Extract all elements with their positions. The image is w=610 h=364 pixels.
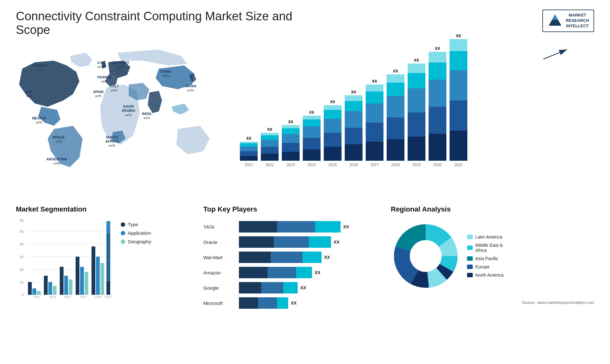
player-name-microsoft: Microsoft [203, 300, 235, 306]
svg-rect-30 [80, 267, 84, 295]
bar-2027: XX 2027 [366, 79, 383, 167]
segmentation-title: Market Segmentation [16, 205, 194, 213]
world-map-section: CANADA xx% U.S. xx% MEXICO xx% BRAZIL xx… [16, 43, 222, 196]
svg-text:10: 10 [20, 280, 24, 284]
key-players-title: Top Key Players [203, 205, 381, 213]
bar-2028: XX 2028 [387, 69, 404, 167]
svg-text:30: 30 [20, 255, 24, 259]
player-name-amazon: Amazon [203, 270, 235, 275]
bar-2023: XX 2023 [282, 120, 300, 167]
svg-text:0: 0 [22, 293, 24, 297]
bar-2025: XX 2025 [324, 100, 342, 167]
svg-rect-17 [28, 282, 32, 295]
label-canada: CANADA xx% [32, 64, 47, 72]
year-2031: 2031 [454, 163, 463, 167]
player-name-oracle: Oracle [203, 239, 235, 245]
latin-america-label: Latin America [475, 234, 502, 239]
legend-north-america: North America [467, 273, 504, 278]
legend-mea: Middle East &Africa [467, 243, 504, 253]
label-italy: ITALY xx% [109, 84, 119, 92]
player-val-oracle: XX [334, 239, 340, 245]
year-2025: 2025 [329, 163, 337, 167]
world-map-container: CANADA xx% U.S. xx% MEXICO xx% BRAZIL xx… [16, 43, 219, 189]
logo-icon [547, 13, 563, 28]
svg-text:2023: 2023 [64, 296, 71, 298]
label-india: INDIA xx% [142, 112, 152, 120]
seg-legend: Type Application Geography [121, 219, 151, 244]
players-chart: TATA XX Oracle [203, 221, 381, 309]
page-wrapper: Connectivity Constraint Computing Market… [16, 10, 594, 309]
player-bar-walmart: XX [239, 252, 330, 263]
svg-text:2021: 2021 [33, 296, 40, 298]
application-label: Application [128, 230, 151, 236]
label-mexico: MEXICO xx% [32, 116, 46, 125]
header: Connectivity Constraint Computing Market… [16, 10, 594, 37]
bar-2030: XX 2030 [429, 46, 446, 167]
bar-2021: XX 2021 [240, 136, 258, 167]
svg-rect-25 [60, 267, 64, 295]
north-america-color [467, 273, 473, 277]
player-row-walmart: Wal-Mart XX [203, 252, 381, 263]
player-bar-amazon: XX [239, 267, 321, 278]
europe-label: Europe [475, 264, 490, 269]
player-row-amazon: Amazon XX [203, 267, 381, 278]
svg-rect-31 [85, 272, 88, 295]
geography-dot [121, 239, 125, 244]
year-2023: 2023 [287, 163, 295, 167]
label-japan: JAPAN xx% [185, 84, 196, 92]
segmentation-svg: 0 10 20 30 40 50 60 [16, 219, 114, 298]
label-germany: GERMANY xx% [112, 61, 129, 69]
svg-text:20: 20 [20, 268, 24, 272]
bar-2022: XX 2022 [261, 127, 279, 167]
label-brazil: BRAZIL xx% [52, 135, 65, 144]
type-label: Type [128, 222, 138, 227]
svg-rect-29 [76, 257, 79, 295]
bar-2026: XX 2026 [345, 90, 363, 167]
player-val-walmart: XX [324, 255, 330, 260]
year-2027: 2027 [370, 163, 379, 167]
legend-europe: Europe [467, 264, 504, 269]
svg-rect-19 [37, 291, 41, 295]
regional-title: Regional Analysis [391, 205, 594, 213]
label-argentina: ARGENTINA xx% [46, 157, 67, 165]
svg-marker-1 [552, 14, 558, 20]
label-uk: U.K. xx% [97, 61, 104, 69]
svg-text:2024: 2024 [79, 296, 87, 298]
legend-type: Type [121, 222, 151, 227]
label-france: FRANCE xx% [97, 75, 112, 84]
svg-rect-22 [48, 282, 52, 295]
logo-text: MARKET RESEARCH INTELLECT [566, 13, 589, 29]
player-val-tata: XX [343, 224, 349, 229]
trend-arrow [543, 48, 569, 61]
player-row-microsoft: Microsoft XX [203, 297, 381, 309]
legend-latin-america: Latin America [467, 234, 504, 239]
type-dot [121, 222, 125, 227]
year-2026: 2026 [349, 163, 358, 167]
segmentation-chart: 0 10 20 30 40 50 60 [16, 219, 194, 298]
player-val-amazon: XX [315, 270, 321, 275]
main-grid: CANADA xx% U.S. xx% MEXICO xx% BRAZIL xx… [16, 43, 594, 309]
year-2022: 2022 [266, 163, 274, 167]
bar-2024: XX 2024 [303, 110, 321, 167]
label-saudiarabia: SAUDI ARABIA xx% [122, 104, 135, 117]
svg-rect-23 [53, 286, 57, 295]
asia-pacific-label: Asia Pacific [475, 256, 498, 261]
page-title: Connectivity Constraint Computing Market… [16, 10, 302, 37]
year-2028: 2028 [391, 163, 400, 167]
svg-rect-40 [106, 234, 110, 281]
player-val-google: XX [300, 285, 306, 290]
source-text: Source : www.marketresearchintellect.com [391, 300, 594, 305]
label-southafrica: SOUTH AFRICA xx% [105, 135, 119, 148]
svg-rect-39 [106, 221, 110, 234]
svg-text:2026: 2026 [104, 296, 112, 298]
legend-application: Application [121, 230, 151, 236]
segmentation-section: Market Segmentation 0 10 20 30 40 50 60 [16, 205, 194, 309]
player-name-google: Google [203, 285, 235, 291]
svg-text:50: 50 [20, 230, 24, 233]
svg-rect-34 [96, 257, 100, 295]
application-dot [121, 231, 125, 235]
label-china: CHINA xx% [160, 70, 171, 78]
north-america-label: North America [475, 273, 504, 278]
bar-2031: XX 2031 [450, 34, 467, 167]
player-bar-google: XX [239, 282, 306, 293]
